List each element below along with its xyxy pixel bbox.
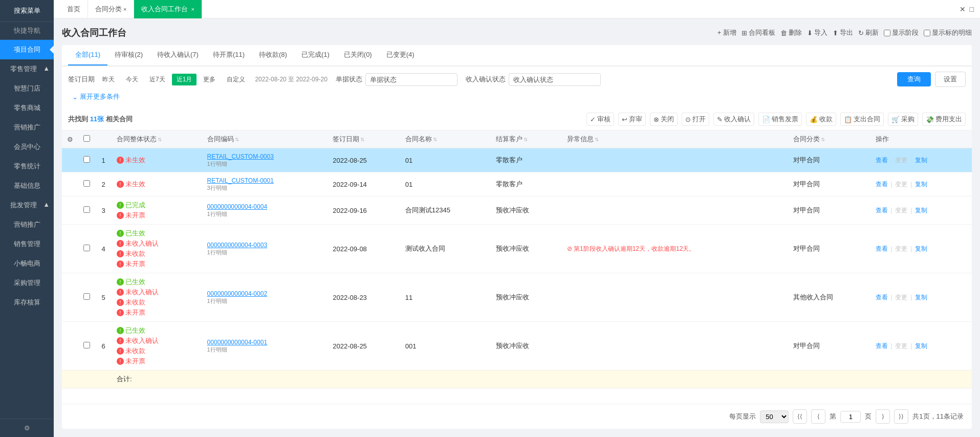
tab-contract_cat[interactable]: 合同分类 × (88, 0, 134, 18)
copy-btn[interactable]: 复制 (915, 294, 927, 301)
expand-btn[interactable]: ⌄ 展开更多条件 (68, 90, 966, 103)
change-btn[interactable]: 变更 (895, 294, 907, 301)
row-checkbox[interactable] (83, 293, 90, 300)
row-checkbox[interactable] (83, 245, 90, 251)
sidebar-item-inventory[interactable]: 库存核算 (0, 293, 54, 312)
row-checkbox[interactable] (83, 180, 90, 187)
select-all-checkbox[interactable] (83, 135, 90, 142)
date-btn-last1m[interactable]: 近1月 (172, 74, 197, 85)
date-btn-custom[interactable]: 自定义 (222, 74, 250, 85)
view-btn[interactable]: 查看 (876, 245, 888, 252)
contract-code-link[interactable]: 0000000000004-0001 (207, 339, 267, 346)
import-btn[interactable]: ⬇ 导入 (807, 28, 827, 37)
sidebar-item-purchase[interactable]: 采购管理 (0, 273, 54, 293)
sidebar-item-retail_mgmt[interactable]: 零售管理 ▲ (0, 59, 54, 79)
action-btn-open[interactable]: ⊙ 打开 (682, 113, 709, 126)
action-btn-expense[interactable]: 💸 费用支出 (922, 113, 966, 126)
contract-code-link[interactable]: 0000000000004-0002 (207, 290, 267, 297)
sidebar-item-basic_info[interactable]: 基础信息 (0, 176, 54, 195)
filter-tab-changed[interactable]: 已变更(4) (379, 45, 422, 65)
row-checkbox[interactable] (83, 156, 90, 163)
sidebar-item-wholesale[interactable]: 批发管理 ▲ (0, 195, 54, 215)
settings-icon[interactable]: ⚙ (67, 136, 73, 143)
sidebar-item-online_shop[interactable]: 零售商城 (0, 98, 54, 118)
action-btn-income_confirm[interactable]: ✎ 收入确认 (713, 113, 754, 126)
prev-page-btn[interactable]: ⟨ (811, 409, 825, 424)
filter-tab-pending_confirm[interactable]: 待收入确认(7) (150, 45, 206, 65)
sidebar-item-retail_stat[interactable]: 零售统计 (0, 157, 54, 176)
action-btn-out_contract[interactable]: 📋 支出合同 (840, 113, 884, 126)
refresh-btn[interactable]: ↻ 刷新 (858, 28, 879, 37)
tab-home[interactable]: 首页 (60, 0, 88, 18)
action-btn-sales_invoice[interactable]: 📄 销售发票 (758, 113, 802, 126)
view-btn[interactable]: 查看 (876, 342, 888, 349)
date-btn-last7[interactable]: 近7天 (145, 74, 170, 85)
first-page-btn[interactable]: ⟨⟨ (793, 409, 807, 424)
contract-code-link[interactable]: RETAIL_CUSTOM-0003 (207, 153, 274, 160)
per-page-select[interactable]: 50 10 20 100 (760, 410, 789, 423)
tab-close-icon[interactable]: × (122, 6, 126, 12)
filter-tab-all[interactable]: 全部(11) (68, 45, 107, 65)
change-btn[interactable]: 变更 (895, 181, 907, 188)
row-checkbox[interactable] (83, 206, 90, 213)
sidebar-item-member[interactable]: 会员中心 (0, 137, 54, 157)
filter-tab-pending_review[interactable]: 待审核(2) (107, 45, 150, 65)
delete-btn[interactable]: 🗑 删除 (780, 28, 802, 37)
action-btn-abandon[interactable]: ↩ 弃审 (618, 113, 646, 126)
sidebar-item-marketing[interactable]: 营销推广 (0, 118, 54, 137)
view-btn[interactable]: 查看 (876, 294, 888, 301)
view-btn[interactable]: 查看 (876, 157, 888, 164)
next-page-btn[interactable]: ⟩ (876, 409, 890, 424)
view-btn[interactable]: 查看 (876, 181, 888, 188)
sidebar-search[interactable]: 搜索菜单 (0, 0, 54, 22)
sidebar-item-smart_store[interactable]: 智慧门店 (0, 79, 54, 98)
action-btn-payment[interactable]: 💰 收款 (806, 113, 836, 126)
sidebar-item-marketing2[interactable]: 营销推广 (0, 215, 54, 234)
show-fields-check[interactable]: 显示阶段 (884, 28, 919, 37)
action-btn-purchase[interactable]: 🛒 采购 (888, 113, 918, 126)
sidebar-nav[interactable]: 快捷导航 (0, 22, 54, 40)
kanban-btn[interactable]: ⊞ 合同看板 (742, 28, 775, 37)
change-btn[interactable]: 变更 (895, 157, 907, 164)
doc-status-select[interactable]: 单据状态 (365, 73, 458, 86)
contract-code-link[interactable]: RETAIL_CUSTOM-0001 (207, 177, 274, 184)
query-btn[interactable]: 查询 (897, 72, 931, 86)
action-btn-review[interactable]: ✓ 审核 (586, 113, 614, 126)
filter-tab-pending_invoice[interactable]: 待开票(11) (206, 45, 252, 65)
sidebar-settings[interactable]: ⚙ (0, 419, 54, 437)
change-btn[interactable]: 变更 (895, 245, 907, 252)
change-btn[interactable]: 变更 (895, 342, 907, 349)
table-scroll[interactable]: ⚙ 合同整体状态 合同编码 签订日期 合同名称 结算客户 异常信息 合同分类 操… (62, 130, 972, 404)
date-btn-more[interactable]: 更多 (199, 74, 220, 85)
tab-close-icon[interactable]: × (191, 0, 194, 18)
sidebar-item-sales_mgmt[interactable]: 销售管理 (0, 234, 54, 254)
contract-code-link[interactable]: 0000000000004-0003 (207, 242, 267, 249)
filter-tab-closed[interactable]: 已关闭(0) (337, 45, 379, 65)
tab-income_workbench[interactable]: 收入合同工作台 × (134, 0, 202, 18)
action-btn-close[interactable]: ⊗ 关闭 (650, 113, 678, 126)
filter-tab-completed[interactable]: 已完成(1) (294, 45, 337, 65)
copy-btn[interactable]: 复制 (915, 157, 927, 164)
add-btn[interactable]: + 新增 (717, 28, 736, 37)
window-close-btn[interactable]: ✕ (960, 5, 966, 13)
date-btn-yesterday[interactable]: 昨天 (98, 74, 119, 85)
sidebar-item-project[interactable]: 项目合同 (0, 40, 54, 59)
show-detail-check[interactable]: 显示标的明细 (924, 28, 972, 37)
set-btn[interactable]: 设置 (935, 72, 966, 87)
income-status-select[interactable]: 收入确认状态 (509, 73, 601, 86)
copy-btn[interactable]: 复制 (915, 342, 927, 349)
date-btn-today[interactable]: 今天 (121, 74, 143, 85)
row-checkbox[interactable] (83, 342, 90, 348)
last-page-btn[interactable]: ⟩⟩ (894, 409, 908, 424)
contract-code-link[interactable]: 0000000000004-0004 (207, 203, 267, 210)
copy-btn[interactable]: 复制 (915, 207, 927, 214)
change-btn[interactable]: 变更 (895, 207, 907, 214)
view-btn[interactable]: 查看 (876, 207, 888, 214)
window-max-btn[interactable]: □ (970, 5, 974, 13)
export-btn[interactable]: ⬆ 导出 (833, 28, 853, 37)
copy-btn[interactable]: 复制 (915, 245, 927, 252)
sidebar-item-ecom[interactable]: 小畅电商 (0, 254, 54, 273)
copy-btn[interactable]: 复制 (915, 181, 927, 188)
page-input[interactable] (840, 411, 861, 423)
filter-tab-pending_payment[interactable]: 待收款(8) (252, 45, 294, 65)
